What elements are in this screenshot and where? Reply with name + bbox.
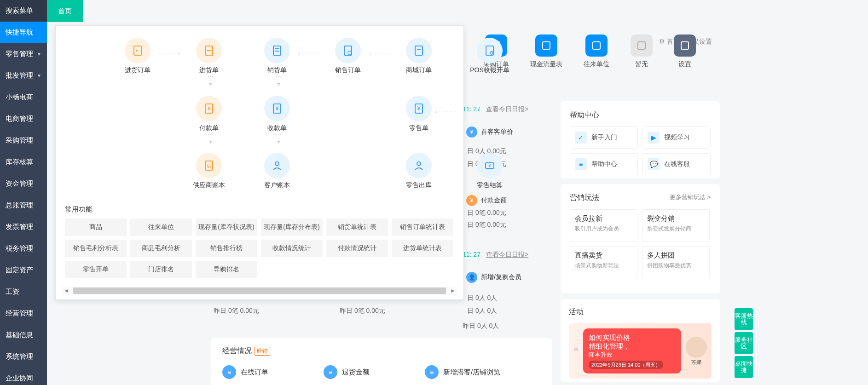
tab-home[interactable]: 首页 (47, 0, 83, 22)
help-item-1[interactable]: ▶视频学习 (642, 126, 711, 149)
help-item-2[interactable]: ≡帮助中心 (570, 153, 638, 175)
sidebar-retail[interactable]: 零售管理▼ (0, 43, 47, 65)
biz-item-2: ≡新增潜客/店铺浏览 (425, 365, 500, 379)
biz-tag: 旺铺 (255, 347, 270, 356)
promo-banner[interactable]: ❝ 如何实现价格精细化管理， 降本升效 2022年9月23日 14:00（周五）… (569, 323, 712, 379)
sidebar-ledger[interactable]: 总账管理 (0, 195, 47, 216)
pay-icon: ¥ (203, 103, 215, 115)
sidebar-quicknav[interactable]: 快捷导航 (0, 22, 47, 43)
pos-icon (484, 45, 496, 57)
sidebar-ecommerce[interactable]: 电商管理 (0, 108, 47, 130)
wf-receipt[interactable]: ¥收款单 (248, 96, 307, 132)
float-btn-2[interactable]: 桌面快捷 (735, 356, 753, 378)
mkt-item-3[interactable]: 多人拼团拼团购物享受优惠 (642, 246, 710, 278)
report-link-1: 11: 27查看今日日报> (463, 105, 528, 114)
wf-sales-bill[interactable]: 销货单 (248, 38, 307, 75)
stat-line: 日 0笔 0.00元 (467, 209, 506, 217)
wf-customer-ledger[interactable]: 客户账本 (248, 153, 307, 190)
common-btn-13[interactable]: 门店排名 (130, 261, 192, 278)
help-item-3[interactable]: 💬在线客服 (642, 153, 711, 175)
biz-icon: ≡ (324, 365, 337, 379)
sales-icon (271, 45, 283, 57)
sidebar-funds[interactable]: 资金管理 (0, 173, 47, 195)
sidebar-asset[interactable]: 固定资产 (0, 259, 47, 281)
common-btn-10[interactable]: 付款情况统计 (326, 240, 388, 257)
more-marketing-link[interactable]: 更多营销玩法 > (670, 193, 711, 203)
common-btn-2[interactable]: 现存量(库存状况表) (196, 218, 257, 236)
shortcut-2[interactable]: 往来单位 (584, 34, 609, 69)
help-item-0[interactable]: ✓新手入门 (570, 126, 638, 149)
order-in-icon (132, 45, 144, 57)
common-btn-5[interactable]: 销售订单统计表 (392, 218, 453, 236)
scroll-left-icon[interactable]: ◄ (62, 287, 70, 294)
bill-in-icon (203, 45, 215, 57)
float-buttons: 客服热线服务社区桌面快捷 (735, 308, 753, 378)
common-btn-14[interactable]: 导购排名 (196, 261, 257, 278)
arrow-icon: ‹······· (369, 50, 391, 57)
common-btn-4[interactable]: 销货单统计表 (326, 218, 388, 236)
mkt-item-1[interactable]: 裂变分销裂变式发展分销商 (642, 209, 710, 241)
shortcut-icon (535, 34, 557, 57)
pay-icon: ¥ (466, 195, 477, 206)
common-btn-7[interactable]: 商品毛利分析 (130, 240, 192, 257)
mkt-item-2[interactable]: 直播卖货场景式购物新玩法 (570, 246, 637, 278)
sidebar-system[interactable]: 系统管理 (0, 346, 47, 368)
sidebar-inventory[interactable]: 库存核算 (0, 151, 47, 173)
wf-retail-settle[interactable]: ¥零售结算 (460, 153, 519, 190)
common-btn-12[interactable]: 零售开单 (65, 261, 127, 278)
svg-text:供: 供 (207, 163, 211, 168)
sidebar-salary[interactable]: 工资 (0, 281, 47, 303)
wf-purchase-order[interactable]: 进货订单 (108, 38, 167, 75)
float-btn-1[interactable]: 服务社区 (735, 332, 753, 354)
svg-rect-26 (638, 42, 645, 49)
wf-retail-out[interactable]: 零售出库 (389, 153, 448, 190)
scroll-right-icon[interactable]: ► (449, 287, 457, 294)
sidebar-collab[interactable]: 企业协同 (0, 368, 47, 385)
common-btn-3[interactable]: 现存量(库存分布表) (261, 218, 323, 236)
wf-mall-order[interactable]: 商城订单 (389, 38, 448, 75)
daily-report-link[interactable]: 查看今日日报> (486, 105, 528, 113)
out-icon (413, 160, 425, 172)
sidebar-wholesale[interactable]: 批发管理▼ (0, 65, 47, 86)
sidebar-xiaochang[interactable]: 小畅电商 (0, 86, 47, 108)
shortcut-1[interactable]: 现金流量表 (530, 34, 562, 69)
supplier-icon: 供 (203, 160, 215, 172)
horizontal-scrollbar[interactable]: ◄ ► (62, 287, 457, 295)
wf-sales-order[interactable]: 销售订单 (318, 38, 377, 75)
scroll-track[interactable] (73, 287, 446, 294)
stat-line: 日 0人 0人 (467, 294, 497, 302)
shortcut-3[interactable]: 暂无 (631, 34, 653, 69)
common-btn-8[interactable]: 销售排行榜 (196, 240, 257, 257)
sidebar-search[interactable]: 搜索菜单 (0, 0, 47, 22)
wf-purchase-bill[interactable]: 进货单 (179, 38, 238, 75)
mall-icon (413, 45, 425, 57)
common-btn-6[interactable]: 销售毛利分析表 (65, 240, 127, 257)
sidebar-basicinfo[interactable]: 基础信息 (0, 324, 47, 346)
common-btn-9[interactable]: 收款情况统计 (261, 240, 323, 257)
biz-icon: ≡ (222, 365, 236, 379)
yest-line: 昨日 0笔 0.00元 (340, 307, 385, 315)
common-btn-11[interactable]: 进货单统计表 (392, 240, 453, 257)
daily-report-link[interactable]: 查看今日日报> (486, 251, 528, 258)
promo-text: 如何实现价格精细化管理， 降本升效 2022年9月23日 14:00（周五） (583, 328, 681, 374)
sidebar-operation[interactable]: 经营管理 (0, 303, 47, 324)
common-btn-0[interactable]: 商品 (65, 218, 127, 236)
common-functions: 常用功能 商品往来单位现存量(库存状况表)现存量(库存分布表)销货单统计表销售订… (56, 201, 463, 283)
business-status-card: 经营情况旺铺 ≡在线订单≡退货金额≡新增潜客/店铺浏览 (211, 338, 552, 385)
shortcut-icon (631, 34, 653, 57)
sidebar-purchase[interactable]: 采购管理 (0, 130, 47, 151)
sidebar-tax[interactable]: 税务管理 (0, 238, 47, 259)
sidebar-invoice[interactable]: 发票管理 (0, 216, 47, 238)
help-title: 帮助中心 (570, 110, 711, 120)
chevron-down-icon: ▼ (37, 52, 41, 57)
mkt-item-0[interactable]: 会员拉新吸引用户成为会员 (570, 209, 637, 241)
wf-supplier-ledger[interactable]: 供供应商账本 (179, 153, 238, 190)
common-btn-1[interactable]: 往来单位 (130, 218, 192, 236)
help-card: 帮助中心 ✓新手入门▶视频学习≡帮助中心💬在线客服 (561, 101, 720, 178)
arrow-icon: ⋮▾ (275, 74, 283, 87)
wf-pos[interactable]: POS收银开单 (460, 38, 519, 75)
stat-line: 日 0笔 0.00元 (467, 221, 506, 229)
shortcut-4[interactable]: 设置 (674, 34, 696, 69)
wf-payment[interactable]: ¥付款单 (179, 96, 238, 132)
float-btn-0[interactable]: 客服热线 (735, 308, 753, 330)
